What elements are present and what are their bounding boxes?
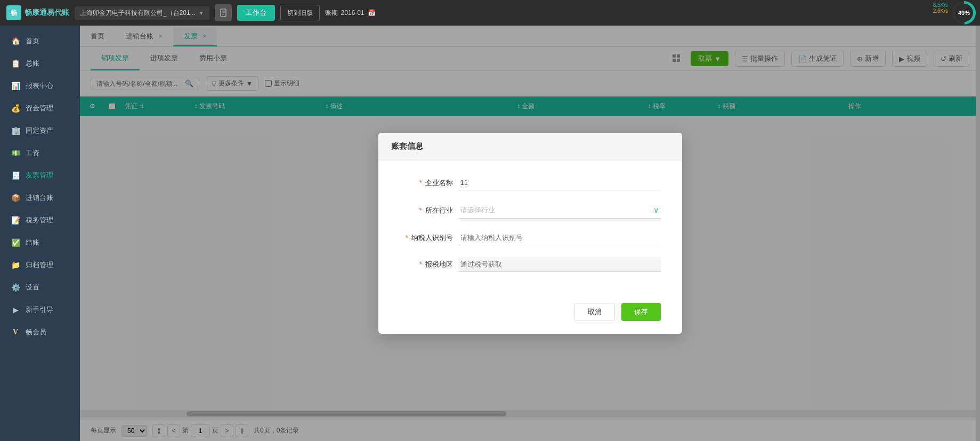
company-name: 上海卯金刀电子科技有限公司_（台201... — [80, 9, 196, 18]
tax-region-required-star: * — [419, 260, 422, 268]
payroll-icon: 💵 — [11, 148, 20, 158]
account-info-modal: 账套信息 * 企业名称 * 所在行业 — [378, 133, 682, 334]
tax-id-required-star: * — [406, 234, 408, 242]
reports-icon: 📊 — [11, 81, 20, 91]
industry-required-star: * — [419, 206, 422, 214]
sidebar-label-purchase: 进销台账 — [26, 193, 53, 203]
document-icon[interactable] — [215, 4, 232, 21]
modal-body: * 企业名称 * 所在行业 请选择行业 ∨ — [378, 161, 682, 294]
modal-header: 账套信息 — [378, 133, 682, 161]
company-name-row: * 企业名称 — [400, 175, 661, 190]
sidebar-label-invoice: 发票管理 — [26, 171, 53, 180]
sidebar-item-assets[interactable]: 🏢 固定资产 — [0, 119, 80, 142]
archive-icon: 📁 — [11, 260, 20, 270]
cancel-button[interactable]: 取消 — [574, 303, 615, 321]
logo-area: 畅 畅康通易代账 — [6, 5, 69, 20]
sidebar-label-settings: 设置 — [26, 283, 39, 292]
modal-footer: 取消 保存 — [378, 294, 682, 334]
sidebar-label-funds: 资金管理 — [26, 103, 53, 113]
upload-speed: 8.5K/s — [933, 2, 948, 8]
save-button[interactable]: 保存 — [621, 303, 661, 321]
company-name-input[interactable] — [458, 175, 661, 190]
company-name-label: * 企业名称 — [400, 178, 458, 188]
sidebar-item-reports[interactable]: 📊 报表中心 — [0, 75, 80, 97]
sidebar-label-ledger: 总账 — [26, 59, 39, 68]
modal-title: 账套信息 — [391, 141, 423, 150]
company-name-label-text: 企业名称 — [425, 179, 453, 187]
logo-icon: 畅 — [6, 5, 21, 20]
sidebar-item-settings[interactable]: ⚙️ 设置 — [0, 276, 80, 299]
tax-region-input — [458, 257, 661, 272]
sidebar-item-ledger[interactable]: 📋 总账 — [0, 52, 80, 75]
progress-percent: 49% — [955, 4, 973, 22]
sidebar: 🏠 首页 📋 总账 📊 报表中心 💰 资金管理 🏢 固定资产 💵 工资 🧾 发票… — [0, 26, 80, 441]
workbench-button[interactable]: 工作台 — [237, 5, 275, 21]
member-icon: V — [11, 327, 20, 337]
home-icon: 🏠 — [11, 36, 20, 46]
modal-overlay: 账套信息 * 企业名称 * 所在行业 — [80, 26, 980, 441]
purchase-icon: 📦 — [11, 193, 20, 203]
industry-select[interactable]: 请选择行业 ∨ — [458, 202, 661, 219]
period-value: 2016-01 — [341, 9, 365, 17]
sidebar-label-guide: 新手引导 — [26, 305, 53, 315]
sidebar-item-purchase[interactable]: 📦 进销台账 — [0, 187, 80, 209]
sidebar-label-settlement: 结账 — [26, 238, 39, 247]
top-header: 畅 畅康通易代账 上海卯金刀电子科技有限公司_（台201... ▼ 工作台 切到… — [0, 0, 980, 26]
company-selector[interactable]: 上海卯金刀电子科技有限公司_（台201... ▼ — [75, 6, 209, 20]
assets-icon: 🏢 — [11, 126, 20, 135]
sidebar-label-member: 畅会员 — [26, 327, 46, 337]
sidebar-item-invoice[interactable]: 🧾 发票管理 — [0, 164, 80, 187]
tax-id-label: * 纳税人识别号 — [400, 233, 458, 243]
sidebar-label-payroll: 工资 — [26, 148, 39, 158]
download-speed: 2.6K/s — [933, 8, 948, 14]
sidebar-item-archive[interactable]: 📁 归档管理 — [0, 254, 80, 276]
industry-placeholder: 请选择行业 — [460, 205, 653, 215]
sidebar-label-tax: 税务管理 — [26, 215, 53, 225]
funds-icon: 💰 — [11, 103, 20, 113]
tax-id-row: * 纳税人识别号 — [400, 230, 661, 245]
sidebar-item-tax[interactable]: 📝 税务管理 — [0, 209, 80, 231]
period-area: 账期 2016-01 📅 — [325, 9, 376, 18]
sidebar-item-funds[interactable]: 💰 资金管理 — [0, 97, 80, 119]
tax-region-label-text: 报税地区 — [425, 260, 453, 268]
main-content: 首页 进销台账 × 发票 × 销项发票 进项发票 费用小票 — [80, 26, 980, 441]
network-stats: 8.5K/s 2.6K/s — [933, 2, 948, 14]
industry-dropdown-icon: ∨ — [653, 206, 659, 214]
tax-region-label: * 报税地区 — [400, 260, 458, 269]
sidebar-item-payroll[interactable]: 💵 工资 — [0, 142, 80, 164]
sidebar-label-assets: 固定资产 — [26, 126, 53, 135]
settlement-icon: ✅ — [11, 238, 20, 247]
tax-icon: 📝 — [11, 215, 20, 225]
ledger-icon: 📋 — [11, 59, 20, 68]
period-label: 账期 — [325, 9, 338, 18]
calendar-icon[interactable]: 📅 — [368, 9, 376, 17]
industry-row: * 所在行业 请选择行业 ∨ — [400, 202, 661, 219]
company-name-required-star: * — [419, 179, 422, 187]
sidebar-label-reports: 报表中心 — [26, 81, 53, 91]
sidebar-item-member[interactable]: V 畅会员 — [0, 321, 80, 343]
company-dropdown-arrow: ▼ — [199, 10, 204, 16]
tax-region-row: * 报税地区 — [400, 257, 661, 272]
settings-icon: ⚙️ — [11, 283, 20, 292]
tax-id-label-text: 纳税人识别号 — [411, 234, 453, 242]
sidebar-item-settlement[interactable]: ✅ 结账 — [0, 231, 80, 254]
switch-old-button[interactable]: 切到旧版 — [280, 5, 320, 21]
sidebar-item-guide[interactable]: ▶ 新手引导 — [0, 299, 80, 321]
logo-text: 畅康通易代账 — [25, 8, 69, 18]
guide-icon: ▶ — [11, 305, 20, 315]
sidebar-item-home[interactable]: 🏠 首页 — [0, 30, 80, 52]
industry-label: * 所在行业 — [400, 206, 458, 215]
industry-label-text: 所在行业 — [425, 206, 453, 214]
tax-id-input[interactable] — [458, 230, 661, 245]
sidebar-label-home: 首页 — [26, 36, 39, 46]
progress-circle: 49% — [952, 1, 976, 25]
invoice-icon: 🧾 — [11, 171, 20, 180]
sidebar-label-archive: 归档管理 — [26, 260, 53, 270]
